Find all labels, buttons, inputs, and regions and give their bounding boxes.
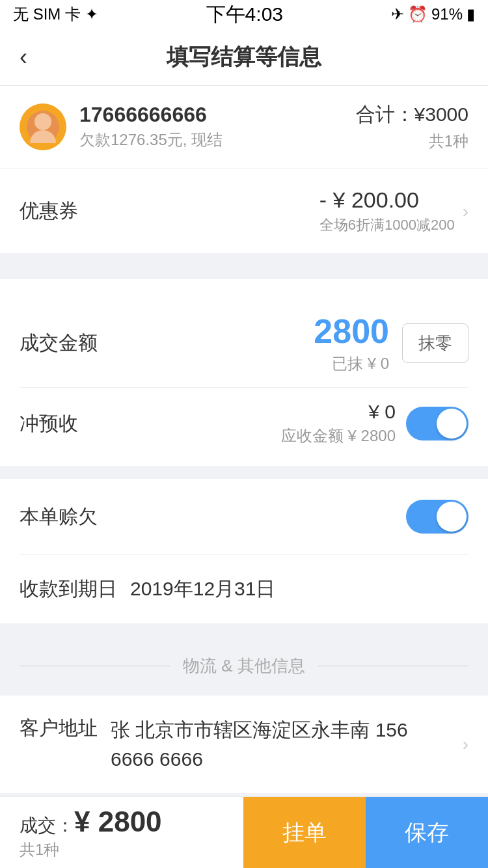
amount-sub: 已抹 ¥ 0 (314, 353, 389, 374)
status-bar-right: ✈ ⏰ 91% ▮ (391, 5, 475, 23)
customer-row: 17666666666 欠款1276.35元, 现结 合计：¥3000 共1种 (0, 86, 488, 167)
chevron-right-icon: › (463, 201, 468, 222)
address-section: 客户地址 张 北京市市辖区海淀区永丰南 156 6666 6666 › (0, 696, 488, 793)
bottom-count: 共1种 (20, 839, 224, 860)
customer-sub-text: 欠款1276.35元, 现结 (79, 129, 223, 150)
coupon-row[interactable]: 优惠券 - ¥ 200.00 全场6折满1000减200 › (0, 169, 488, 253)
battery-icon: ▮ (467, 5, 475, 23)
coupon-detail: 全场6折满1000减200 (319, 215, 455, 235)
logistics-header: 物流 & 其他信息 (0, 636, 488, 696)
bottom-bar: 成交：¥ 2800 共1种 挂单 保存 (0, 796, 488, 868)
toggle-knob (437, 409, 467, 439)
status-bar-left: 无 SIM 卡 ✦ (13, 4, 98, 25)
customer-right: 合计：¥3000 共1种 (356, 102, 468, 152)
prepay-row: 冲预收 ¥ 0 应收金额 ¥ 2800 (20, 387, 468, 466)
back-button[interactable]: ‹ (20, 44, 27, 71)
round-off-button[interactable]: 抹零 (402, 323, 468, 363)
due-date-label: 收款到期日 (20, 576, 117, 603)
hold-button[interactable]: 挂单 (243, 797, 366, 869)
customer-total: 合计：¥3000 (356, 102, 468, 128)
location-icon: ✈ (391, 5, 404, 23)
total-label: 合计： (356, 103, 414, 125)
section-divider-1 (0, 266, 488, 279)
save-button[interactable]: 保存 (366, 797, 488, 869)
status-bar-time: 下午4:03 (206, 1, 283, 28)
alarm-icon: ⏰ (408, 5, 427, 23)
sim-status: 无 SIM 卡 ✦ (13, 4, 98, 25)
logistics-line-left (20, 666, 170, 666)
address-row[interactable]: 客户地址 张 北京市市辖区海淀区永丰南 156 6666 6666 › (20, 696, 468, 793)
amount-right: 2800 已抹 ¥ 0 抹零 (314, 312, 468, 374)
due-date-value: 2019年12月31日 (130, 576, 275, 603)
amount-label: 成交金额 (20, 330, 98, 357)
battery-level: 91% (431, 5, 463, 23)
bad-debt-section: 本单赊欠 收款到期日 2019年12月31日 (0, 479, 488, 623)
amount-value: 2800 (314, 312, 389, 351)
prepay-toggle[interactable] (406, 407, 468, 441)
bad-debt-label: 本单赊欠 (20, 504, 98, 530)
logistics-line-right (318, 666, 468, 666)
customer-count: 共1种 (356, 131, 468, 152)
due-date-row: 收款到期日 2019年12月31日 (20, 555, 468, 623)
bad-debt-row: 本单赊欠 (20, 479, 468, 555)
bad-debt-toggle-knob (437, 502, 467, 532)
address-chevron-icon: › (463, 734, 468, 755)
prepay-value: ¥ 0 (281, 401, 396, 423)
prepay-label: 冲预收 (20, 411, 78, 437)
bottom-total-label: 成交： (20, 815, 74, 835)
customer-left: 17666666666 欠款1276.35元, 现结 (20, 103, 223, 150)
status-bar: 无 SIM 卡 ✦ 下午4:03 ✈ ⏰ 91% ▮ (0, 0, 488, 29)
prepay-amount: ¥ 0 应收金额 ¥ 2800 (281, 401, 396, 446)
bottom-total-row: 成交：¥ 2800 (20, 806, 224, 838)
avatar (20, 103, 66, 150)
bottom-total-value: ¥ 2800 (74, 806, 162, 837)
page-title: 填写结算等信息 (167, 42, 321, 72)
coupon-label: 优惠券 (20, 198, 78, 224)
address-label: 客户地址 (20, 715, 98, 742)
customer-info: 17666666666 欠款1276.35元, 现结 (79, 103, 223, 150)
section-divider-2 (0, 466, 488, 479)
customer-phone: 17666666666 (79, 103, 223, 127)
amount-row: 成交金额 2800 已抹 ¥ 0 抹零 (20, 299, 468, 387)
address-value: 张 北京市市辖区海淀区永丰南 156 6666 6666 (111, 715, 456, 774)
prepay-sub: 应收金额 ¥ 2800 (281, 426, 396, 446)
bottom-info: 成交：¥ 2800 共1种 (0, 806, 243, 860)
customer-section: 17666666666 欠款1276.35元, 现结 合计：¥3000 共1种 … (0, 86, 488, 253)
amount-section: 成交金额 2800 已抹 ¥ 0 抹零 冲预收 ¥ 0 应收金额 ¥ 2800 (0, 279, 488, 466)
bottom-buttons: 挂单 保存 (243, 797, 488, 869)
coupon-right: - ¥ 200.00 全场6折满1000减200 › (319, 187, 468, 235)
prepay-right: ¥ 0 应收金额 ¥ 2800 (281, 401, 468, 446)
coupon-discount: - ¥ 200.00 (319, 187, 455, 213)
logistics-title: 物流 & 其他信息 (183, 655, 305, 677)
nav-bar: ‹ 填写结算等信息 (0, 29, 488, 86)
total-value: ¥3000 (414, 103, 468, 125)
bad-debt-toggle[interactable] (406, 500, 468, 534)
